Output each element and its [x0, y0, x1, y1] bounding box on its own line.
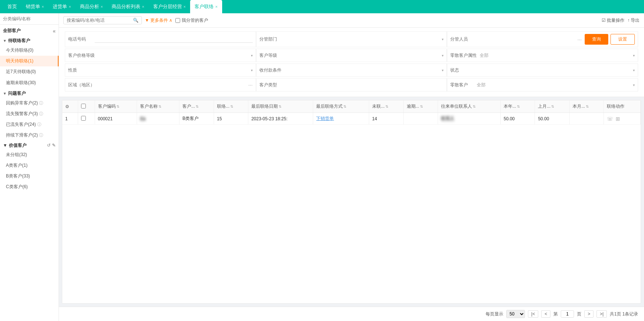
- th-checkbox[interactable]: [78, 100, 95, 113]
- sort-icon[interactable]: ⇅: [586, 104, 589, 108]
- sidebar-item-repurchase-abnormal[interactable]: 回购异常客户(2) ⓘ: [0, 98, 59, 108]
- search-input[interactable]: [67, 18, 133, 23]
- first-page-button[interactable]: |<: [528, 310, 538, 318]
- filter-retail-customer: 零散客户 全部 ▾: [447, 78, 638, 92]
- nav-customer-contact[interactable]: 客户联络 ×: [190, 0, 222, 13]
- payment-select[interactable]: ▾: [286, 68, 444, 72]
- customer-grade-select[interactable]: ▾: [286, 54, 444, 58]
- group-value-customers: ▼ 价值客户 ↺ ✎: [0, 141, 59, 149]
- filter-phone: 电话号码: [65, 31, 256, 47]
- sort-icon[interactable]: ⇅: [116, 104, 119, 108]
- sidebar-item-tomorrow-contact[interactable]: 明天待联络(1): [0, 56, 59, 66]
- th-last-contact-date: 最后联络日期⇅: [248, 100, 313, 113]
- refresh-icon[interactable]: ↺: [47, 143, 50, 148]
- sidebar-item-b-class[interactable]: B类客户(33): [0, 171, 59, 182]
- retail-customer-select[interactable]: 全部 ▾: [477, 82, 635, 88]
- phone-action-icon[interactable]: ☏: [607, 116, 613, 122]
- sidebar-item-today-contact[interactable]: 今天待联络(0): [0, 45, 59, 56]
- chevron-down-icon: ▾: [251, 68, 253, 72]
- sidebar-item-7days-contact[interactable]: 近7天待联络(0): [0, 66, 59, 77]
- select-all-checkbox[interactable]: [81, 104, 86, 108]
- triangle-icon: ▼: [3, 143, 7, 148]
- export-button[interactable]: ↑ 导出: [627, 17, 640, 24]
- page-size-select[interactable]: 50 100 200: [506, 310, 525, 318]
- filter-row-2: 客户价格等级 ▾ 客户等级 ▾ 零散客户属性 全部: [65, 49, 638, 62]
- close-icon[interactable]: ×: [42, 0, 44, 13]
- sidebar-item-a-class[interactable]: A类客户(1): [0, 160, 59, 171]
- query-button[interactable]: 查询: [585, 34, 608, 45]
- sidebar-item-churn-warning[interactable]: 流失预警客户(3) ⓘ: [0, 108, 59, 119]
- nav-purchase-order[interactable]: 进货单 ×: [48, 0, 75, 13]
- th-overdue: 逾期...⇅: [403, 100, 438, 113]
- dept-select[interactable]: ▾: [286, 37, 444, 41]
- td-type: B类客户: [179, 113, 214, 125]
- sort-icon[interactable]: ⇅: [279, 104, 281, 108]
- sort-icon[interactable]: ⇅: [385, 104, 388, 108]
- close-icon[interactable]: ×: [142, 0, 144, 13]
- my-customers-checkbox-wrap: 我分管的客户: [175, 17, 208, 24]
- nav-product-analysis[interactable]: 商品分析 ×: [76, 0, 107, 13]
- collapse-icon[interactable]: «: [53, 28, 56, 34]
- sidebar-item-c-class[interactable]: C类客户(6): [0, 182, 59, 192]
- nav-home[interactable]: 首页: [3, 0, 21, 13]
- nav-sales-order[interactable]: 销货单 ×: [21, 0, 48, 13]
- last-page-button[interactable]: >|: [596, 310, 607, 318]
- retail-attr-select[interactable]: 全部 ▾: [480, 52, 635, 59]
- sort-icon[interactable]: ⇅: [517, 104, 520, 108]
- batch-operation-button[interactable]: ☑ 批量操作: [602, 17, 624, 24]
- edit-icon[interactable]: ✎: [52, 143, 56, 148]
- next-page-button[interactable]: >: [584, 310, 594, 318]
- sales-order-link[interactable]: 下销货单: [316, 116, 334, 121]
- main-layout: 🔍 全部客户 « ▼ 待联络客户 今天待联络(0) 明天待联络(1) 近7天待联…: [0, 13, 644, 321]
- settings-icon[interactable]: ⚙: [65, 104, 69, 109]
- td-contact-person: 联系人: [438, 113, 500, 125]
- checkbox-icon: ☑: [602, 18, 606, 23]
- row-checkbox[interactable]: [81, 116, 86, 121]
- nav-customer-segment[interactable]: 客户分层经营 ×: [149, 0, 190, 13]
- close-icon[interactable]: ×: [101, 0, 103, 13]
- grid-action-icon[interactable]: ⊞: [616, 116, 620, 122]
- sidebar-search-input[interactable]: [3, 16, 58, 21]
- close-icon[interactable]: ×: [215, 0, 217, 13]
- more-filters-button[interactable]: ▼ 更多条件 ∧: [145, 17, 172, 24]
- filter-row-1: 电话号码 分管部门 ▾ 分管人员 ···: [65, 31, 638, 47]
- my-customers-checkbox[interactable]: [175, 18, 180, 23]
- sort-icon[interactable]: ⇅: [420, 104, 423, 108]
- sort-icon[interactable]: ⇅: [473, 104, 476, 108]
- grade-select[interactable]: ▾: [98, 54, 253, 58]
- set-button[interactable]: 设置: [610, 34, 635, 45]
- sort-icon[interactable]: ⇅: [230, 104, 233, 108]
- sidebar-item-declining[interactable]: 持续下滑客户(2) ⓘ: [0, 130, 59, 141]
- sort-icon[interactable]: ⇅: [158, 104, 161, 108]
- sort-icon[interactable]: ⇅: [196, 104, 199, 108]
- sort-icon[interactable]: ⇅: [551, 104, 554, 108]
- td-checkbox[interactable]: [78, 113, 95, 125]
- sidebar-item-overdue-contact[interactable]: 逾期未联络(30): [0, 77, 59, 88]
- page-number-input[interactable]: [561, 310, 574, 318]
- status-select[interactable]: ▾: [477, 68, 635, 72]
- th-uncontacted: 未联...⇅: [369, 100, 403, 113]
- pagination-footer: 每页显示 50 100 200 |< < 第 页 > >| 共1页 1条记录: [59, 307, 644, 321]
- th-contact: 联络...⇅: [214, 100, 248, 113]
- th-action: 联络动作: [604, 100, 641, 113]
- filter-person: 分管人员 ··· 查询 设置: [447, 31, 638, 47]
- close-icon[interactable]: ×: [183, 0, 186, 13]
- sidebar-item-ungrouped[interactable]: 未分组(32): [0, 149, 59, 160]
- table-body: 1 000021 Ea B类客户 15 2023-05-23 18:25: 下销…: [62, 113, 641, 125]
- table-header-row: ⚙ 客户编码⇅ 客户名称⇅ 客户...⇅ 联络...⇅ 最后联络日期⇅ 最后联络…: [62, 100, 641, 113]
- phone-input[interactable]: [95, 36, 253, 43]
- nature-select[interactable]: ▾: [95, 68, 253, 72]
- sort-icon[interactable]: ⇅: [343, 104, 346, 108]
- td-this-year: 50.00: [500, 113, 535, 125]
- search-icon[interactable]: 🔍: [133, 18, 139, 23]
- content-area: 🔍 ▼ 更多条件 ∧ 我分管的客户 ☑ 批量操作 ↑ 导出: [59, 13, 644, 321]
- th-last-month: 上月...⇅: [535, 100, 569, 113]
- more-options-icon[interactable]: ···: [577, 37, 582, 42]
- th-gear[interactable]: ⚙: [62, 100, 78, 113]
- prev-page-button[interactable]: <: [541, 310, 550, 318]
- nav-product-analysis-list[interactable]: 商品分析列表 ×: [107, 0, 148, 13]
- close-icon[interactable]: ×: [69, 0, 71, 13]
- sidebar-item-churned[interactable]: 已流失客户(24) ⓘ: [0, 119, 59, 130]
- more-options-icon[interactable]: ···: [248, 82, 253, 88]
- triangle-icon: ▼: [3, 92, 7, 96]
